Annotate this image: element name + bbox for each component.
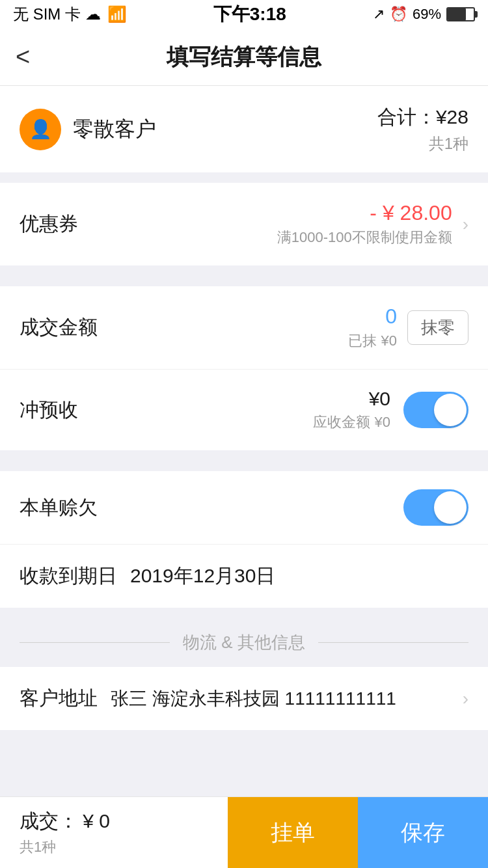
avatar: 👤 bbox=[20, 109, 61, 150]
precharge-toggle[interactable] bbox=[403, 392, 468, 428]
page-title: 填写结算等信息 bbox=[167, 42, 321, 72]
sim-status: 无 SIM 卡 ☁ bbox=[13, 4, 101, 25]
credit-section: 本单赊欠 收款到期日 2019年12月30日 bbox=[0, 471, 488, 608]
coupon-value-block: - ¥ 28.00 满1000-100不限制使用金额 bbox=[277, 201, 452, 247]
transaction-section: 成交金额 已抹 ¥0 抹零 冲预收 ¥0 应收金额 ¥0 bbox=[0, 286, 488, 450]
avatar-icon: 👤 bbox=[29, 118, 52, 140]
customer-row[interactable]: 👤 零散客户 合计：¥28 共1种 bbox=[0, 86, 488, 172]
status-left: 无 SIM 卡 ☁ 📶 bbox=[13, 4, 127, 25]
customer-right: 合计：¥28 共1种 bbox=[377, 104, 468, 154]
precharge-receivable: 应收金额 ¥0 bbox=[313, 413, 390, 432]
customer-count: 共1种 bbox=[377, 133, 468, 154]
coupon-amount: - ¥ 28.00 bbox=[277, 201, 452, 225]
already-rounded: 已抹 ¥0 bbox=[345, 331, 397, 351]
back-button[interactable]: < bbox=[16, 43, 30, 71]
address-row[interactable]: 客户地址 张三 海淀永丰科技园 11111111111 › bbox=[0, 667, 488, 730]
battery-icon bbox=[446, 7, 475, 21]
transaction-right: 已抹 ¥0 抹零 bbox=[345, 305, 468, 351]
nav-bar: < 填写结算等信息 bbox=[0, 29, 488, 86]
bottom-info: 成交： ¥ 0 共1种 bbox=[0, 808, 228, 857]
save-button[interactable]: 保存 bbox=[358, 797, 488, 869]
bottom-transaction: 成交： ¥ 0 bbox=[20, 808, 208, 835]
logistics-label: 物流 & 其他信息 bbox=[183, 631, 305, 654]
toggle-knob bbox=[434, 394, 467, 426]
credit-label: 本单赊欠 bbox=[20, 495, 98, 521]
customer-name: 零散客户 bbox=[73, 115, 156, 144]
round-zero-button[interactable]: 抹零 bbox=[407, 310, 468, 345]
status-time: 下午3:18 bbox=[213, 2, 286, 27]
status-right: ↗ ⏰ 69% bbox=[373, 6, 475, 23]
location-icon: ↗ bbox=[373, 6, 385, 23]
content-area: 👤 零散客户 合计：¥28 共1种 优惠券 - ¥ 28.00 满1000-10… bbox=[0, 86, 488, 819]
transaction-label: 成交金额 bbox=[20, 314, 98, 341]
customer-section: 👤 零散客户 合计：¥28 共1种 bbox=[0, 86, 488, 172]
coupon-right: - ¥ 28.00 满1000-100不限制使用金额 › bbox=[277, 201, 468, 247]
due-date-label: 收款到期日 bbox=[20, 563, 117, 590]
credit-toggle-knob bbox=[434, 491, 467, 524]
logistics-divider: 物流 & 其他信息 bbox=[0, 618, 488, 667]
coupon-row[interactable]: 优惠券 - ¥ 28.00 满1000-100不限制使用金额 › bbox=[0, 183, 488, 265]
transaction-row: 成交金额 已抹 ¥0 抹零 bbox=[0, 286, 488, 370]
precharge-values: ¥0 应收金额 ¥0 bbox=[313, 388, 390, 432]
transaction-value-block: 已抹 ¥0 bbox=[345, 305, 397, 351]
coupon-description: 满1000-100不限制使用金额 bbox=[277, 228, 452, 247]
precharge-label: 冲预收 bbox=[20, 397, 78, 424]
customer-left: 👤 零散客户 bbox=[20, 109, 156, 150]
precharge-right: ¥0 应收金额 ¥0 bbox=[313, 388, 468, 432]
address-section: 客户地址 张三 海淀永丰科技园 11111111111 › bbox=[0, 667, 488, 730]
address-chevron-icon: › bbox=[463, 688, 468, 709]
bottom-count: 共1种 bbox=[20, 837, 208, 857]
status-bar: 无 SIM 卡 ☁ 📶 下午3:18 ↗ ⏰ 69% bbox=[0, 0, 488, 29]
due-date-row: 收款到期日 2019年12月30日 bbox=[0, 545, 488, 608]
precharge-amount: ¥0 bbox=[313, 388, 390, 410]
credit-row: 本单赊欠 bbox=[0, 471, 488, 545]
pending-button[interactable]: 挂单 bbox=[228, 797, 358, 869]
transaction-input[interactable] bbox=[345, 305, 397, 329]
bottom-transaction-label: 成交： bbox=[20, 810, 78, 832]
alarm-icon: ⏰ bbox=[390, 6, 407, 23]
due-date-value: 2019年12月30日 bbox=[130, 563, 275, 590]
chevron-right-icon: › bbox=[463, 214, 468, 235]
credit-toggle[interactable] bbox=[403, 489, 468, 526]
address-label: 客户地址 bbox=[20, 685, 98, 712]
divider-line-right bbox=[318, 642, 468, 643]
bottom-bar: 成交： ¥ 0 共1种 挂单 保存 bbox=[0, 796, 488, 868]
wifi-icon: 📶 bbox=[107, 5, 127, 23]
coupon-section: 优惠券 - ¥ 28.00 满1000-100不限制使用金额 › bbox=[0, 183, 488, 265]
customer-total: 合计：¥28 bbox=[377, 104, 468, 131]
section-divider-2 bbox=[0, 461, 488, 471]
credit-right bbox=[403, 489, 468, 526]
coupon-label: 优惠券 bbox=[20, 211, 78, 237]
precharge-row: 冲预收 ¥0 应收金额 ¥0 bbox=[0, 370, 488, 450]
address-value: 张三 海淀永丰科技园 11111111111 bbox=[111, 686, 463, 711]
divider-line-left bbox=[20, 642, 170, 643]
section-divider-1 bbox=[0, 276, 488, 286]
battery-percent: 69% bbox=[413, 6, 441, 23]
bottom-transaction-value: ¥ 0 bbox=[83, 810, 110, 832]
